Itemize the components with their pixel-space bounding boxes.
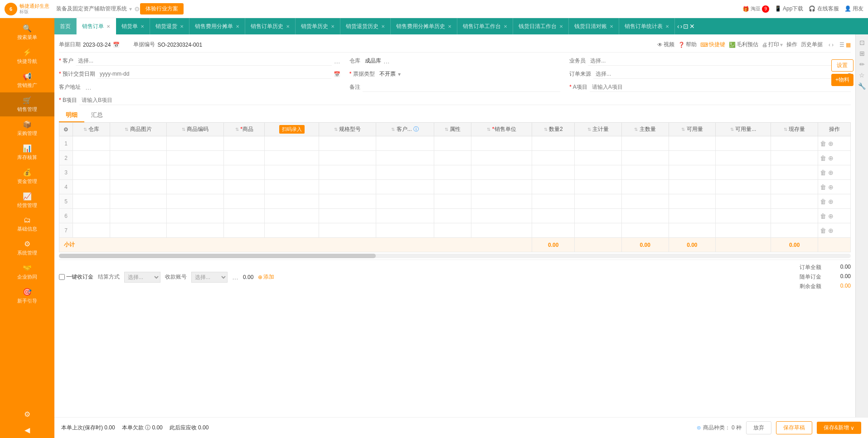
row-3-spec[interactable]: [319, 165, 376, 180]
row-4-available[interactable]: [669, 180, 716, 194]
list-view-icon[interactable]: ☰: [839, 42, 844, 48]
sidebar-item-navigation[interactable]: ⚡ 快捷导航: [0, 44, 54, 68]
row-1-main-qty[interactable]: [621, 136, 669, 151]
row-5-copy-icon[interactable]: ⊕: [828, 198, 834, 205]
row-6-main-qty[interactable]: [621, 209, 669, 223]
row-5-spec[interactable]: [319, 194, 376, 209]
tab-order-workbench[interactable]: 销售订单工作台 ✕: [457, 18, 513, 34]
row-6-product[interactable]: [224, 209, 265, 223]
sidebar-item-system[interactable]: ⚙ 系统管理: [0, 236, 54, 260]
row-3-delete-icon[interactable]: 🗑: [820, 169, 826, 176]
history-btn[interactable]: 历史单据: [801, 41, 823, 48]
row-3-code[interactable]: [167, 165, 224, 180]
grid-view-icon[interactable]: ▦: [846, 42, 851, 48]
row-2-available[interactable]: [669, 151, 716, 165]
row-3-product[interactable]: [224, 165, 265, 180]
row-7-spec[interactable]: [319, 223, 376, 238]
remark-input[interactable]: [363, 82, 561, 92]
tab-close-invoice-history[interactable]: ✕: [331, 24, 335, 29]
row-3-available2[interactable]: [716, 165, 771, 180]
row-5-available[interactable]: [669, 194, 716, 209]
row-1-product[interactable]: [224, 136, 265, 151]
th-available2[interactable]: ⇅ 可用量...: [716, 123, 771, 136]
row-1-main-unit[interactable]: [575, 136, 622, 151]
tab-close-order-history[interactable]: ✕: [286, 24, 290, 29]
horizontal-scrollbar[interactable]: [59, 254, 851, 258]
sidebar-collapse[interactable]: ◀: [0, 422, 54, 438]
row-3-stock[interactable]: [771, 165, 818, 180]
th-warehouse[interactable]: ⇅ 仓库: [73, 123, 110, 136]
row-3-customer-code[interactable]: [376, 165, 434, 180]
row-6-main-unit[interactable]: [575, 209, 622, 223]
row-5-code[interactable]: [167, 194, 224, 209]
row-6-code[interactable]: [167, 209, 224, 223]
th-customer-code[interactable]: ⇅ 客户... ⓘ: [376, 123, 434, 136]
row-7-unit[interactable]: [471, 223, 532, 238]
row-7-image[interactable]: [110, 223, 167, 238]
tab-close-expense-history[interactable]: ✕: [448, 24, 451, 29]
row-2-available2[interactable]: [716, 151, 771, 165]
row-2-scan[interactable]: [265, 151, 319, 165]
row-4-main-unit[interactable]: [575, 180, 622, 194]
help-btn[interactable]: ❓ 帮助: [678, 41, 697, 48]
view-btn[interactable]: 👁 视频: [657, 41, 674, 48]
th-unit[interactable]: ⇅ *销售单位: [471, 123, 532, 136]
row-3-copy-icon[interactable]: ⊕: [828, 169, 834, 176]
salesperson-input[interactable]: [588, 56, 842, 66]
row-7-available2[interactable]: [716, 223, 771, 238]
row-2-customer-code[interactable]: [376, 151, 434, 165]
operation-btn[interactable]: 操作: [786, 41, 797, 48]
solution-button[interactable]: 体验行业方案: [140, 3, 184, 14]
row-5-scan[interactable]: [265, 194, 319, 209]
row-4-stock[interactable]: [771, 180, 818, 194]
th-product[interactable]: ⇅ *商品: [224, 123, 265, 136]
row-3-image[interactable]: [110, 165, 167, 180]
row-2-image[interactable]: [110, 151, 167, 165]
settings-gear-icon[interactable]: ⚙: [134, 5, 140, 13]
gift-icon-area[interactable]: 🎁 淘豆 9: [742, 5, 769, 13]
quick-checkout-input[interactable]: [59, 274, 65, 280]
tab-invoice-history[interactable]: 销货单历史 ✕: [296, 18, 340, 34]
row-6-available[interactable]: [669, 209, 716, 223]
sidebar-settings[interactable]: ⚙: [0, 406, 54, 422]
row-2-product[interactable]: [224, 151, 265, 165]
row-4-main-qty[interactable]: [621, 180, 669, 194]
order-source-input[interactable]: [593, 69, 846, 79]
save-draft-button[interactable]: 保存草稿: [776, 421, 812, 434]
row-5-attr[interactable]: [434, 194, 471, 209]
row-3-warehouse[interactable]: [73, 165, 110, 180]
th-attr[interactable]: ⇅ 属性: [434, 123, 471, 136]
tab-daily-reconcile[interactable]: 钱货日清对账 ✕: [569, 18, 619, 34]
row-1-copy-icon[interactable]: ⊕: [828, 140, 834, 147]
row-4-customer-code[interactable]: [376, 180, 434, 194]
row-5-image[interactable]: [110, 194, 167, 209]
app-download[interactable]: 📱 App下载: [775, 5, 803, 13]
row-5-unit[interactable]: [471, 194, 532, 209]
row-7-customer-code[interactable]: [376, 223, 434, 238]
row-6-warehouse[interactable]: [73, 209, 110, 223]
row-2-main-unit[interactable]: [575, 151, 622, 165]
sidebar-item-marketing[interactable]: 📢 营销推广: [0, 68, 54, 92]
tab-sales-return[interactable]: 销货退货 ✕: [150, 18, 189, 34]
right-panel-icon-3[interactable]: ✏: [859, 61, 865, 68]
row-4-scan[interactable]: [265, 180, 319, 194]
row-4-image[interactable]: [110, 180, 167, 194]
row-1-scan[interactable]: [265, 136, 319, 151]
row-3-attr[interactable]: [434, 165, 471, 180]
row-3-main-qty[interactable]: [621, 165, 669, 180]
row-6-image[interactable]: [110, 209, 167, 223]
row-3-scan[interactable]: [265, 165, 319, 180]
delivery-calendar-icon[interactable]: 📅: [334, 71, 340, 77]
user-area[interactable]: 👤 用友: [844, 5, 863, 13]
tab-sales-invoice[interactable]: 销货单 ✕: [116, 18, 150, 34]
profit-btn[interactable]: 💹 毛利预估: [729, 41, 758, 48]
row-5-main-unit[interactable]: [575, 194, 622, 209]
row-6-copy-icon[interactable]: ⊕: [828, 212, 834, 220]
account-more-icon[interactable]: …: [232, 274, 238, 281]
th-scan[interactable]: 扫码录入: [265, 123, 319, 136]
scrollbar-thumb[interactable]: [59, 254, 376, 258]
row-1-available[interactable]: [669, 136, 716, 151]
nav-next-icon[interactable]: ›: [832, 42, 834, 48]
row-6-attr[interactable]: [434, 209, 471, 223]
row-5-available2[interactable]: [716, 194, 771, 209]
